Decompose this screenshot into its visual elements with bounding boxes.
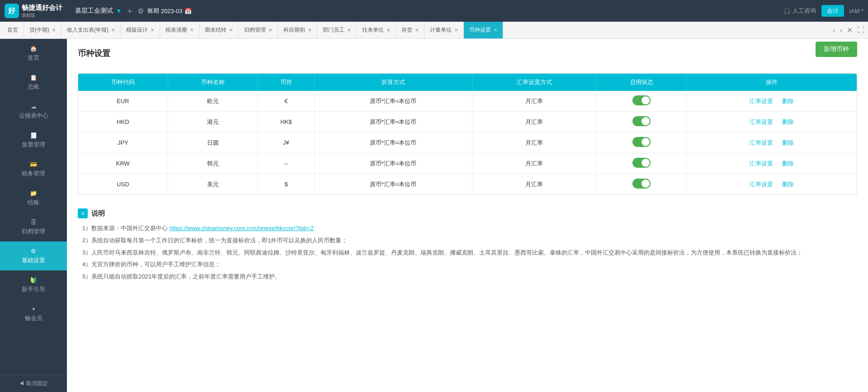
cloud-icon: ☁ xyxy=(31,103,37,110)
cell-name: 港元 xyxy=(168,112,258,132)
tab-close-icon[interactable]: ✕ xyxy=(190,28,193,33)
tab-close-icon[interactable]: ✕ xyxy=(415,28,419,33)
tab-dept-label: 部门员工 xyxy=(323,26,344,34)
tab-close-icon[interactable]: ✕ xyxy=(151,28,154,33)
sidebar-item-close[interactable]: 📁 结账 xyxy=(0,184,67,213)
tab-loan[interactable]: 贷(中期) ✕ xyxy=(24,22,61,39)
cell-code: HKD xyxy=(78,112,168,132)
sidebar-item-reports[interactable]: ☁ 云报表中心 xyxy=(0,97,67,126)
tab-vendor[interactable]: 往来单位 ✕ xyxy=(357,22,396,39)
sidebar-item-invoice[interactable]: 🧾 发票管理 xyxy=(0,126,67,155)
period-display: 账期 2023-03 📅 xyxy=(147,7,192,15)
tab-close-icon[interactable]: ✕ xyxy=(387,28,390,33)
tab-inventory[interactable]: 存货 ✕ xyxy=(396,22,425,39)
notes-section: ≡ 说明 1）数据来源：中国外汇交易中心 https://www.chinamo… xyxy=(78,208,857,282)
tab-period-close[interactable]: 期末结转 ✕ xyxy=(199,22,239,39)
cell-status xyxy=(596,91,687,112)
col-method: 折算方式 xyxy=(314,74,472,91)
tab-income[interactable]: 收入支出表(年报) ✕ xyxy=(61,22,121,39)
new-currency-button[interactable]: 新增币种 xyxy=(816,42,857,57)
add-tab-button[interactable]: ＋ xyxy=(126,5,134,16)
tab-close-icon[interactable]: ✕ xyxy=(229,28,233,33)
tab-archive[interactable]: 归档管理 ✕ xyxy=(239,22,278,39)
help-label: 人工咨询 xyxy=(793,7,816,15)
delete-link[interactable]: 删除 xyxy=(782,160,794,167)
table-row: USD 美元 $ 原币*汇率=本位币 月汇率 汇率设置 删除 xyxy=(78,174,857,195)
account-button[interactable]: 会计 xyxy=(821,5,844,17)
cell-rate-type: 月汇率 xyxy=(472,112,596,132)
sidebar-item-home[interactable]: 🏠 首页 xyxy=(0,39,67,68)
sidebar-pin-toggle[interactable]: ◀ 取消固定 xyxy=(0,375,67,392)
notes-link[interactable]: https://www.chinamoney.com.cn/chinese/bk… xyxy=(170,225,314,231)
notes-item: 2）系统自动获取每月第一个工作日的汇率标价，统一为直接标价法，即1外币可以兑换的… xyxy=(82,236,857,246)
enable-toggle[interactable] xyxy=(632,137,651,147)
ledger-icon: 📋 xyxy=(30,74,37,81)
cell-rate-type: 月汇率 xyxy=(472,91,596,112)
tab-home[interactable]: 首页 xyxy=(2,22,24,39)
tab-currency-label: 币种设置 xyxy=(469,26,491,34)
sidebar-archive-label: 归档管理 xyxy=(22,227,45,236)
sidebar-item-member[interactable]: ✦ 畅会员 xyxy=(0,299,67,328)
cell-actions: 汇率设置 删除 xyxy=(687,91,857,112)
sidebar-item-archive[interactable]: 🗄 归档管理 xyxy=(0,213,67,241)
table-row: KRW 韩元 -- 原币*汇率=本位币 月汇率 汇率设置 删除 xyxy=(78,153,857,174)
notes-item: 5）系统只能自动抓取2021年度后的汇率，之前年度汇率需要用户手工维护。 xyxy=(82,272,857,282)
sidebar-reports-label: 云报表中心 xyxy=(19,112,48,120)
cell-symbol: J¥ xyxy=(258,132,314,153)
tab-close-icon[interactable]: ✕ xyxy=(308,28,311,33)
tab-close-icon[interactable]: ✕ xyxy=(111,28,115,33)
company-select[interactable]: 基层工会测试 ▼ xyxy=(75,7,122,15)
rate-settings-link[interactable]: 汇率设置 xyxy=(750,160,773,167)
header-settings-icon[interactable]: ⚙ xyxy=(137,7,144,15)
cell-actions: 汇率设置 删除 xyxy=(687,112,857,132)
tab-uom[interactable]: 计量单位 ✕ xyxy=(425,22,464,39)
sidebar-item-guide[interactable]: 🔰 新手引导 xyxy=(0,270,67,299)
main-layout: 🏠 首页 📋 总账 ☁ 云报表中心 🧾 发票管理 💳 税务管理 📁 结账 🗄 归… xyxy=(0,39,868,392)
cell-method: 原币*汇率=本位币 xyxy=(314,132,472,153)
cell-symbol: € xyxy=(258,91,314,112)
tab-close-icon[interactable]: ✕ xyxy=(494,28,497,33)
delete-link[interactable]: 删除 xyxy=(782,139,794,146)
close-accounts-icon: 📁 xyxy=(30,190,37,197)
tab-close-icon[interactable]: ✕ xyxy=(347,28,351,33)
member-icon: ✦ xyxy=(31,306,36,312)
logo-icon: 好 xyxy=(5,4,19,18)
cell-rate-type: 月汇率 xyxy=(472,174,596,195)
tab-dept[interactable]: 部门员工 ✕ xyxy=(317,22,357,39)
delete-link[interactable]: 删除 xyxy=(782,181,794,188)
notes-item: 4）无官方牌价的币种，可以用户手工维护汇率信息； xyxy=(82,260,857,269)
tab-currency[interactable]: 币种设置 ✕ xyxy=(464,22,503,39)
calendar-icon[interactable]: 📅 xyxy=(184,8,192,14)
enable-toggle[interactable] xyxy=(632,158,651,168)
delete-link[interactable]: 删除 xyxy=(782,98,794,104)
tab-close-all-button[interactable]: ✕ xyxy=(845,26,854,34)
tabbar: 首页 贷(中期) ✕ 收入支出表(年报) ✕ 模版设计 ✕ 税表清册 ✕ 期末结… xyxy=(0,22,868,39)
tab-close-icon[interactable]: ✕ xyxy=(269,28,272,33)
tab-template[interactable]: 模版设计 ✕ xyxy=(121,22,160,39)
tab-close-icon[interactable]: ✕ xyxy=(454,28,458,33)
delete-link[interactable]: 删除 xyxy=(782,118,794,125)
enable-toggle[interactable] xyxy=(632,116,651,126)
tab-close-icon[interactable]: ✕ xyxy=(52,28,56,33)
rate-settings-link[interactable]: 汇率设置 xyxy=(750,181,773,188)
col-code: 币种代码 xyxy=(78,74,168,91)
col-actions: 操作 xyxy=(687,74,857,91)
help-button[interactable]: 🎧 人工咨询 xyxy=(783,7,816,15)
tab-prev-button[interactable]: ‹ xyxy=(831,26,837,34)
sidebar-tax-label: 税务管理 xyxy=(22,170,45,178)
sidebar-item-tax[interactable]: 💳 税务管理 xyxy=(0,155,67,184)
cell-code: USD xyxy=(78,174,168,195)
rate-settings-link[interactable]: 汇率设置 xyxy=(750,98,773,104)
cell-name: 日圆 xyxy=(168,132,258,153)
enable-toggle[interactable] xyxy=(632,179,651,189)
sidebar-item-ledger[interactable]: 📋 总账 xyxy=(0,68,67,97)
rate-settings-link[interactable]: 汇率设置 xyxy=(750,139,773,146)
rate-settings-link[interactable]: 汇率设置 xyxy=(750,118,773,125)
enable-toggle[interactable] xyxy=(632,95,651,105)
headset-icon: 🎧 xyxy=(783,8,791,14)
tab-next-button[interactable]: › xyxy=(838,26,844,34)
tab-expand-button[interactable]: ⛶ xyxy=(855,26,866,34)
tab-tax-list[interactable]: 税表清册 ✕ xyxy=(160,22,199,39)
sidebar-item-settings[interactable]: ⚙ 基础设置 xyxy=(0,241,67,270)
tab-subject-init[interactable]: 科目期初 ✕ xyxy=(278,22,317,39)
